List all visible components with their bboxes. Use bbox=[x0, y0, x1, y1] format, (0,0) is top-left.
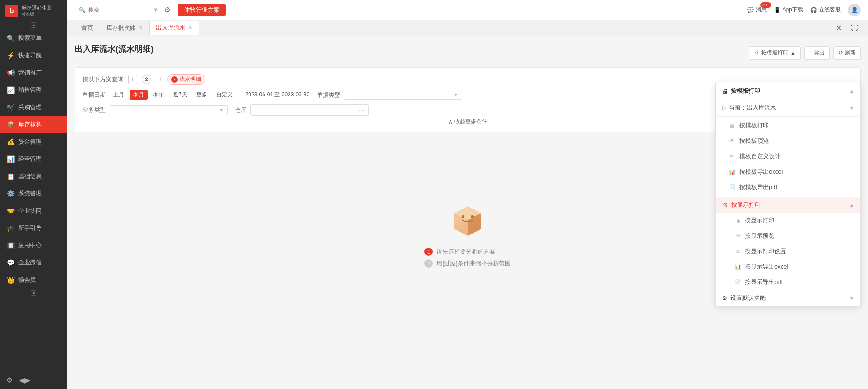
dropdown-template-preview[interactable]: 👁 按模板预览 bbox=[716, 133, 860, 149]
headphone-icon: 🎧 bbox=[810, 7, 817, 13]
warehouse-select[interactable]: ··· bbox=[250, 104, 369, 116]
tab-flow[interactable]: 出入库流水 ✕ bbox=[150, 21, 199, 35]
step-num-2: 2 bbox=[424, 259, 433, 268]
sidebar-scroll-down[interactable]: ▼ bbox=[31, 290, 36, 296]
sidebar-scroll-up[interactable]: ▲ bbox=[31, 22, 36, 28]
sidebar-item-basic-info[interactable]: 📋 基础信息 bbox=[0, 168, 67, 185]
logo-icon: b bbox=[5, 5, 18, 17]
dropdown-bottom[interactable]: ⚙ 设置默认功能 ▼ bbox=[716, 290, 860, 306]
search-icon: 🔍 bbox=[6, 34, 15, 42]
sidebar-item-guide[interactable]: 🎓 新手引导 bbox=[0, 219, 67, 237]
sidebar-item-system[interactable]: ⚙️ 系统管理 bbox=[0, 185, 67, 202]
sidebar-item-operations[interactable]: 📊 经营管理 bbox=[0, 150, 67, 168]
phone-icon: 📱 bbox=[774, 7, 781, 13]
logo-badge: 标准版 bbox=[22, 11, 52, 17]
filter-date-range-field: 2023-06-01 至 2023-06-30 bbox=[244, 91, 309, 99]
page-content: 出入库流水(流水明细) 🖨 按模板打印 ▲ ↑ 导出 ↺ 刷新 bbox=[67, 36, 868, 389]
pdf-icon: 📄 bbox=[728, 184, 736, 191]
empty-step-1: 1 请先选择要分析的方案 bbox=[424, 248, 510, 256]
date-tab-custom[interactable]: 自定义 bbox=[213, 90, 236, 100]
sidebar-item-app-center[interactable]: 🔲 应用中心 bbox=[0, 237, 67, 254]
display-settings-icon: ⚙ bbox=[735, 248, 741, 254]
doc-type-select[interactable]: ▼ bbox=[344, 90, 462, 100]
filter-add-btn[interactable]: + bbox=[128, 75, 137, 84]
step-1-text: 请先选择要分析的方案 bbox=[436, 248, 495, 256]
sidebar-item-search[interactable]: 🔍 搜索菜单 bbox=[0, 30, 67, 47]
export-btn[interactable]: ↑ 导出 bbox=[804, 46, 830, 60]
dropdown-display-settings[interactable]: ⚙ 按显示打印设置 bbox=[716, 244, 860, 259]
tab-home-label: 首页 bbox=[81, 24, 93, 32]
search-box[interactable]: 🔍 bbox=[75, 5, 147, 15]
tab-home[interactable]: 首页 bbox=[75, 21, 100, 35]
filter-collapse-icon[interactable]: 《 bbox=[157, 75, 163, 83]
avatar[interactable]: 👤 bbox=[848, 4, 861, 16]
header-gear-icon[interactable]: ⚙ bbox=[164, 5, 170, 14]
sidebar-item-enterprise[interactable]: 🤝 企业协同 bbox=[0, 202, 67, 219]
sidebar-item-label: 应用中心 bbox=[18, 241, 42, 249]
message-btn[interactable]: 💬 消息 99+ bbox=[747, 6, 767, 14]
template-print-btn[interactable]: 🖨 按模板打印 ▲ bbox=[749, 46, 801, 60]
dropdown-template-preview-label: 按模板预览 bbox=[739, 137, 769, 145]
tab-batch[interactable]: 库存批次账 ✕ bbox=[100, 21, 150, 35]
step-2-text: 用[过滤]条件来缩小分析范围 bbox=[436, 259, 510, 268]
set-default-btn[interactable]: ⚙ 设置默认功能 bbox=[722, 294, 766, 302]
basic-info-icon: 📋 bbox=[6, 172, 15, 180]
dropdown-collapse-btn[interactable]: ▲ bbox=[849, 89, 854, 94]
collapse-conditions-btn[interactable]: ∧ 收起更多条件 bbox=[449, 118, 487, 125]
refresh-label: 刷新 bbox=[845, 49, 856, 57]
sidebar-item-label: 基础信息 bbox=[18, 172, 42, 180]
tab-flow-close[interactable]: ✕ bbox=[188, 25, 192, 30]
print-icon: 🖨 bbox=[754, 50, 759, 56]
sidebar-item-member[interactable]: 👑 畅会员 bbox=[0, 271, 67, 289]
dropdown-display-excel[interactable]: 📊 按显示导出excel bbox=[716, 259, 860, 274]
sidebar-item-label: 营销推广 bbox=[18, 69, 42, 77]
search-dropdown-arrow[interactable]: ▼ bbox=[153, 6, 159, 13]
dropdown-display-pdf[interactable]: 📄 按显示导出pdf bbox=[716, 274, 860, 290]
tab-batch-close[interactable]: ✕ bbox=[139, 25, 143, 31]
sidebar-item-purchase[interactable]: 🛒 采购管理 bbox=[0, 99, 67, 116]
sidebar-item-label: 经营管理 bbox=[18, 155, 42, 163]
dropdown-display-print[interactable]: 🖨 按显示打印 bbox=[716, 213, 860, 228]
dropdown-template-excel-label: 按模板导出excel bbox=[739, 168, 783, 176]
warehouse-label: 仓库 bbox=[235, 106, 247, 114]
dropdown-current-item[interactable]: ▷ 当前：出入库流水 ▼ bbox=[716, 100, 860, 115]
collapse-label: 收起更多条件 bbox=[454, 118, 487, 125]
export-label: 导出 bbox=[814, 49, 825, 57]
date-tab-this-year[interactable]: 本年 bbox=[150, 90, 168, 100]
date-tab-last-month[interactable]: 上月 bbox=[110, 90, 128, 100]
app-center-icon: 🔲 bbox=[6, 241, 15, 249]
settings-bottom-icon[interactable]: ⚙ bbox=[6, 376, 13, 384]
tab-close-all-btn[interactable]: ✕ bbox=[833, 23, 844, 33]
dropdown-display-preview[interactable]: 👁 按显示预览 bbox=[716, 228, 860, 244]
guide-icon: 🎓 bbox=[6, 224, 15, 232]
sidebar-item-quick-nav[interactable]: ⚡ 快捷导航 bbox=[0, 47, 67, 64]
search-input[interactable] bbox=[88, 7, 134, 13]
app-download-btn[interactable]: 📱 App下载 bbox=[774, 6, 803, 14]
sidebar-item-inventory[interactable]: 📦 库存核算 bbox=[0, 116, 67, 133]
date-tab-last7[interactable]: 近7天 bbox=[170, 90, 191, 100]
date-tab-this-month[interactable]: 本月 bbox=[130, 90, 148, 100]
business-type-select[interactable]: ▼ bbox=[110, 105, 228, 115]
dropdown-template-print[interactable]: 🖨 按模板打印 bbox=[716, 118, 860, 133]
operations-icon: 📊 bbox=[6, 155, 15, 163]
dropdown-template-pdf[interactable]: 📄 按模板导出pdf bbox=[716, 180, 860, 195]
dropdown-bottom-arrow: ▼ bbox=[849, 296, 854, 301]
tab-maximize-btn[interactable]: ⛶ bbox=[848, 23, 861, 33]
collapse-sidebar-icon[interactable]: ◀▶ bbox=[19, 376, 30, 384]
trial-btn[interactable]: 体验行业方案 bbox=[178, 4, 226, 16]
dropdown-display-print-section[interactable]: 🖨 按显示打印 ▲ bbox=[716, 197, 860, 213]
filter-tag-water[interactable]: ● 流水明细 bbox=[167, 74, 205, 85]
date-tab-more[interactable]: 更多 bbox=[193, 90, 211, 100]
dropdown-title-text: 按模板打印 bbox=[731, 87, 760, 95]
dropdown-template-excel[interactable]: 📊 按模板导出excel bbox=[716, 164, 860, 180]
page-title: 出入库流水(流水明细) bbox=[75, 44, 154, 55]
sidebar-item-marketing[interactable]: 📢 营销推广 bbox=[0, 64, 67, 81]
sidebar-item-sales[interactable]: 📈 销售管理 bbox=[0, 81, 67, 99]
refresh-btn[interactable]: ↺ 刷新 bbox=[833, 46, 861, 60]
service-btn[interactable]: 🎧 在线客服 bbox=[810, 6, 841, 14]
filter-setting-btn[interactable]: ⚙ bbox=[142, 75, 151, 84]
dropdown-template-custom[interactable]: ✏ 模板自定义设计 bbox=[716, 149, 860, 164]
date-field-label: 单据日期 bbox=[82, 91, 106, 99]
sidebar-item-wechat[interactable]: 💬 企业微信 bbox=[0, 254, 67, 271]
sidebar-item-finance[interactable]: 💰 资金管理 bbox=[0, 133, 67, 150]
